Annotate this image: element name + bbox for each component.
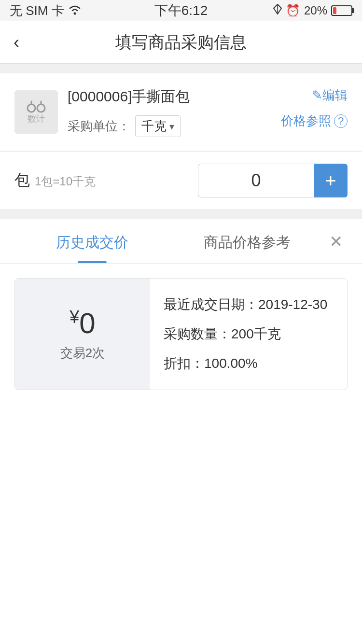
price-ref-link[interactable]: 价格参照 ?: [281, 112, 348, 129]
product-card: 数计 [0000006]手撕面包 采购单位： 千克 ▾ ✎编辑 价格参照 ?: [0, 73, 362, 151]
svg-point-0: [73, 12, 76, 14]
status-right: ⏰ 20%: [273, 4, 352, 17]
unit-label: 采购单位：: [68, 118, 130, 135]
edit-link[interactable]: ✎编辑: [312, 87, 348, 104]
price-tabs-container: 历史成交价 商品价格参考 ✕ ¥0 交易2次 最近成交日期：2019-12-30…: [0, 219, 362, 405]
battery-icon: [331, 5, 352, 16]
quantity-input[interactable]: [198, 164, 314, 197]
quantity-row: 包 1包=10千克 +: [0, 152, 362, 209]
product-info: [0000006]手撕面包 采购单位： 千克 ▾: [68, 87, 190, 137]
price-amount: 0: [79, 307, 95, 339]
svg-text:数计: 数计: [28, 114, 45, 124]
nav-bar: ‹ 填写商品采购信息: [0, 21, 362, 64]
price-tabs-close-button[interactable]: ✕: [324, 228, 348, 254]
sim-status: 无 SIM 卡: [10, 2, 64, 19]
unit-dropdown-arrow: ▾: [169, 121, 174, 132]
quantity-unit-char: 包: [14, 170, 30, 191]
bottom-area: [0, 405, 362, 644]
product-actions-right: ✎编辑 价格参照 ?: [281, 87, 348, 129]
alarm-icon: ⏰: [286, 4, 300, 17]
price-card-container: ¥0 交易2次 最近成交日期：2019-12-30 采购数量：200千克 折扣：…: [0, 264, 362, 405]
quantity-left: 包 1包=10千克: [14, 170, 96, 191]
svg-point-2: [37, 104, 45, 112]
status-left: 无 SIM 卡: [10, 2, 82, 19]
unit-selector[interactable]: 千克 ▾: [135, 115, 181, 137]
location-icon: [273, 4, 282, 17]
recent-date-label: 最近成交日期：: [164, 297, 258, 312]
price-purchase-qty: 采购数量：200千克: [164, 323, 334, 345]
discount-value: 100.00%: [204, 356, 258, 371]
quantity-hint: 1包=10千克: [35, 174, 96, 189]
price-card-left: ¥0 交易2次: [15, 279, 150, 390]
unit-value: 千克: [141, 118, 167, 135]
status-bar: 无 SIM 卡 下午6:12 ⏰ 20%: [0, 0, 362, 21]
quantity-plus-button[interactable]: +: [314, 164, 348, 197]
product-left: 数计 [0000006]手撕面包 采购单位： 千克 ▾: [14, 87, 190, 137]
tab-product-price-ref[interactable]: 商品价格参考: [169, 219, 324, 263]
price-trade-count: 交易2次: [60, 345, 105, 362]
price-ref-label: 价格参照: [281, 112, 331, 129]
price-tabs-header: 历史成交价 商品价格参考 ✕: [0, 219, 362, 264]
price-card-right: 最近成交日期：2019-12-30 采购数量：200千克 折扣：100.00%: [150, 279, 347, 390]
status-time: 下午6:12: [154, 1, 208, 20]
product-name: [0000006]手撕面包: [68, 87, 190, 107]
price-recent-date: 最近成交日期：2019-12-30: [164, 294, 334, 316]
wifi-icon: [68, 3, 82, 18]
price-display: ¥0: [70, 307, 95, 340]
tab-history-price[interactable]: 历史成交价: [14, 219, 169, 263]
price-card: ¥0 交易2次 最近成交日期：2019-12-30 采购数量：200千克 折扣：…: [14, 278, 348, 390]
back-button[interactable]: ‹: [14, 32, 19, 53]
svg-point-1: [28, 104, 35, 112]
price-ref-icon: ?: [334, 114, 348, 128]
quantity-input-area: +: [198, 164, 348, 197]
product-header: 数计 [0000006]手撕面包 采购单位： 千克 ▾ ✎编辑 价格参照 ?: [14, 87, 348, 137]
purchase-qty-label: 采购数量：: [164, 326, 231, 341]
battery-percent: 20%: [304, 4, 327, 17]
recent-date-value: 2019-12-30: [258, 297, 327, 312]
price-currency: ¥: [70, 307, 79, 327]
product-unit-row: 采购单位： 千克 ▾: [68, 115, 190, 137]
purchase-qty-value: 200千克: [231, 326, 281, 341]
page-title: 填写商品采购信息: [115, 31, 247, 54]
product-thumbnail: 数计: [14, 90, 58, 134]
discount-label: 折扣：: [164, 356, 204, 371]
price-discount: 折扣：100.00%: [164, 353, 334, 375]
